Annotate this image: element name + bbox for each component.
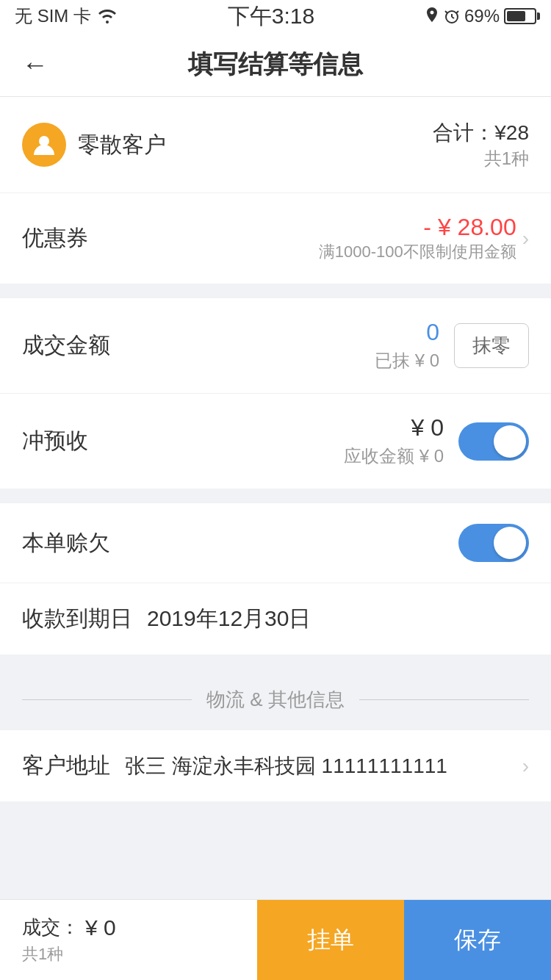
avatar bbox=[22, 123, 66, 167]
bottom-deal-amount: ¥ 0 bbox=[85, 915, 116, 940]
credit-right bbox=[458, 524, 529, 562]
alarm-icon bbox=[444, 7, 460, 25]
status-left: 无 SIM 卡 bbox=[15, 4, 118, 28]
content: 零散客户 合计：¥28 共1种 优惠券 - ¥ 28.00 满1000-100不… bbox=[0, 97, 551, 904]
svg-point-3 bbox=[39, 136, 49, 146]
deal-amount-section: 成交金额 0 已抹 ¥ 0 抹零 冲预收 ¥ 0 应收金额 ¥ 0 bbox=[0, 298, 551, 489]
divider-line-left bbox=[22, 699, 192, 700]
customer-left: 零散客户 bbox=[22, 123, 166, 167]
customer-section: 零散客户 合计：¥28 共1种 优惠券 - ¥ 28.00 满1000-100不… bbox=[0, 97, 551, 284]
customer-row: 零散客户 合计：¥28 共1种 bbox=[0, 97, 551, 192]
coupon-right: - ¥ 28.00 满1000-100不限制使用金额 › bbox=[319, 214, 529, 263]
save-button[interactable]: 保存 bbox=[404, 900, 551, 980]
coupon-desc: 满1000-100不限制使用金额 bbox=[319, 241, 516, 263]
customer-name: 零散客户 bbox=[78, 130, 166, 160]
svg-line-2 bbox=[452, 17, 454, 18]
address-value: 张三 海淀永丰科技园 11111111111 bbox=[125, 752, 522, 780]
bottom-bar: 成交： ¥ 0 共1种 挂单 保存 bbox=[0, 899, 551, 980]
address-section: 客户地址 张三 海淀永丰科技园 11111111111 › bbox=[0, 730, 551, 801]
prepayment-right: ¥ 0 应收金额 ¥ 0 bbox=[344, 414, 529, 468]
toggle-knob bbox=[494, 425, 526, 458]
nav-bar: ← 填写结算等信息 bbox=[0, 32, 551, 97]
deal-amount-label: 成交金额 bbox=[22, 331, 110, 361]
coupon-discount: - ¥ 28.00 bbox=[319, 214, 516, 241]
credit-row: 本单赊欠 bbox=[0, 503, 551, 583]
due-date-label: 收款到期日 bbox=[22, 604, 132, 634]
due-date-value: 2019年12月30日 bbox=[147, 604, 311, 634]
divider-line-right bbox=[359, 699, 529, 700]
credit-section: 本单赊欠 收款到期日 2019年12月30日 bbox=[0, 503, 551, 655]
location-icon bbox=[425, 7, 439, 25]
logistics-divider: 物流 & 其他信息 bbox=[0, 669, 551, 730]
back-button[interactable]: ← bbox=[22, 49, 48, 80]
status-bar: 无 SIM 卡 下午3:18 69% bbox=[0, 0, 551, 32]
prepayment-col: ¥ 0 应收金额 ¥ 0 bbox=[344, 414, 444, 468]
prepayment-row: 冲预收 ¥ 0 应收金额 ¥ 0 bbox=[0, 394, 551, 489]
deal-amount-right: 0 已抹 ¥ 0 抹零 bbox=[375, 319, 529, 372]
coupon-label: 优惠券 bbox=[22, 223, 88, 253]
address-label: 客户地址 bbox=[22, 751, 110, 781]
sim-text: 无 SIM 卡 bbox=[15, 4, 91, 28]
bottom-info: 成交： ¥ 0 共1种 bbox=[0, 900, 257, 980]
credit-toggle[interactable] bbox=[458, 524, 529, 562]
coupon-row[interactable]: 优惠券 - ¥ 28.00 满1000-100不限制使用金额 › bbox=[0, 192, 551, 284]
hang-button[interactable]: 挂单 bbox=[257, 900, 404, 980]
bottom-deal-label: 成交： bbox=[22, 915, 79, 940]
customer-total: 合计：¥28 bbox=[433, 119, 529, 147]
coupon-right-inner: - ¥ 28.00 满1000-100不限制使用金额 bbox=[319, 214, 516, 263]
status-time: 下午3:18 bbox=[228, 1, 314, 32]
battery-percent: 69% bbox=[464, 6, 500, 26]
credit-label: 本单赊欠 bbox=[22, 528, 110, 558]
status-right: 69% bbox=[425, 6, 536, 26]
round-button[interactable]: 抹零 bbox=[454, 323, 529, 368]
prepayment-toggle[interactable] bbox=[458, 422, 529, 461]
wifi-icon bbox=[97, 9, 118, 24]
person-icon bbox=[31, 131, 57, 158]
bottom-count: 共1种 bbox=[22, 943, 235, 965]
deal-amount-sub: 已抹 ¥ 0 bbox=[375, 349, 439, 372]
prepayment-sub: 应收金额 ¥ 0 bbox=[344, 444, 444, 468]
address-chevron-icon: › bbox=[522, 754, 529, 778]
logistics-divider-text: 物流 & 其他信息 bbox=[206, 687, 345, 713]
page-title: 填写结算等信息 bbox=[188, 48, 363, 82]
prepayment-value: ¥ 0 bbox=[411, 414, 444, 442]
deal-amount-col: 0 已抹 ¥ 0 bbox=[375, 319, 439, 372]
deal-amount-value: 0 bbox=[426, 319, 439, 346]
customer-count: 共1种 bbox=[433, 147, 529, 170]
address-row[interactable]: 客户地址 张三 海淀永丰科技园 11111111111 › bbox=[0, 730, 551, 801]
due-date-row: 收款到期日 2019年12月30日 bbox=[0, 583, 551, 655]
credit-toggle-knob bbox=[494, 527, 526, 559]
prepayment-label: 冲预收 bbox=[22, 426, 88, 456]
coupon-chevron-icon: › bbox=[522, 227, 529, 251]
bottom-deal-row: 成交： ¥ 0 bbox=[22, 915, 235, 940]
battery-icon bbox=[504, 8, 536, 24]
deal-amount-row: 成交金额 0 已抹 ¥ 0 抹零 bbox=[0, 298, 551, 394]
customer-right: 合计：¥28 共1种 bbox=[433, 119, 529, 170]
